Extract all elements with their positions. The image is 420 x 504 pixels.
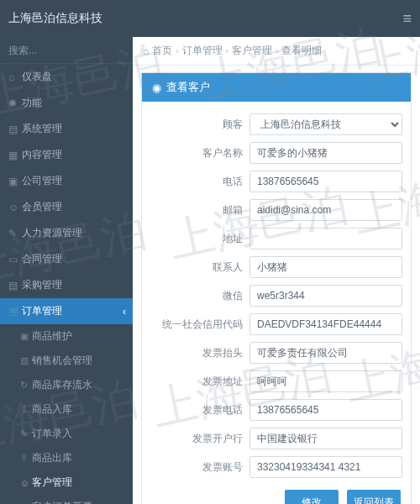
panel-body: 顾客 上海邑泊信息科技 客户名称 电话 邮箱 地址 联系人 bbox=[142, 102, 411, 504]
sidebar-submenu: ▣商品维护 ▥销售机会管理 ↻商品库存流水 ⇩商品入库 ✎订单录入 ⇧商品出库 … bbox=[0, 324, 133, 504]
sub-label: 商品入库 bbox=[32, 402, 72, 417]
nav-member[interactable]: ☺ 会员管理 bbox=[0, 194, 133, 220]
label-contact: 联系人 bbox=[150, 260, 243, 275]
home-icon[interactable]: ⌂ bbox=[143, 45, 149, 57]
edit-button[interactable]: 修改 bbox=[285, 490, 339, 504]
product-icon: ▣ bbox=[20, 331, 32, 342]
label-name: 客户名称 bbox=[150, 146, 243, 160]
nav-label: 仪表盘 bbox=[22, 70, 52, 84]
input-wx[interactable] bbox=[249, 285, 402, 307]
input-fp-tt[interactable] bbox=[249, 342, 402, 364]
label-fp-addr: 发票地址 bbox=[150, 375, 243, 389]
label-addr: 地址 bbox=[150, 232, 243, 246]
sub-sales[interactable]: ▥销售机会管理 bbox=[0, 349, 133, 373]
input-name[interactable] bbox=[249, 142, 402, 164]
nav-order[interactable]: 🛒 订单管理 bbox=[0, 298, 133, 324]
nav-dashboard[interactable]: ⌂ 仪表盘 bbox=[0, 64, 133, 90]
customer-icon: ☺ bbox=[20, 478, 32, 488]
topbar: 上海邑泊信息科技 ≡ bbox=[0, 0, 420, 37]
label-customer: 顾客 bbox=[150, 118, 243, 132]
input-fp-tel[interactable] bbox=[249, 399, 402, 421]
contract-icon: ▭ bbox=[8, 254, 22, 265]
nav-system[interactable]: ▤ 系统管理 bbox=[0, 116, 133, 142]
company-icon: ▣ bbox=[8, 176, 22, 187]
nav-company[interactable]: ▣ 公司管理 bbox=[0, 168, 133, 194]
cart-icon: 🛒 bbox=[8, 306, 22, 318]
nav-label: 内容管理 bbox=[22, 148, 62, 162]
back-button[interactable]: 返回列表 bbox=[347, 490, 401, 504]
sub-orderentry[interactable]: ✎订单录入 bbox=[0, 422, 133, 446]
label-wx: 微信 bbox=[150, 289, 243, 303]
hr-icon: ✎ bbox=[8, 228, 22, 239]
brand-title: 上海邑泊信息科技 bbox=[8, 11, 102, 26]
label-mail: 邮箱 bbox=[150, 203, 243, 218]
nav-contract[interactable]: ▭ 合同管理 bbox=[0, 246, 133, 272]
sub-invoice[interactable]: ▤客户订单开票 bbox=[0, 495, 133, 504]
nav-content[interactable]: ▦ 内容管理 bbox=[0, 142, 133, 168]
crumb-home[interactable]: 首页 bbox=[152, 44, 172, 58]
nav-label: 合同管理 bbox=[22, 252, 62, 266]
input-contact[interactable] bbox=[249, 256, 402, 278]
out-icon: ⇧ bbox=[20, 453, 32, 464]
customer-panel: ◉ 查看客户 顾客 上海邑泊信息科技 客户名称 电话 邮箱 地址 bbox=[141, 72, 412, 504]
sub-label: 商品出库 bbox=[32, 451, 72, 465]
nav-functions[interactable]: ✺ 功能 bbox=[0, 90, 133, 116]
flow-icon: ↻ bbox=[20, 380, 32, 391]
nav-label: 系统管理 bbox=[22, 122, 62, 136]
label-fp-tel: 发票电话 bbox=[150, 403, 243, 417]
sub-label: 客户管理 bbox=[32, 475, 72, 490]
entry-icon: ✎ bbox=[20, 428, 32, 439]
sub-label: 销售机会管理 bbox=[32, 354, 92, 368]
sub-customer[interactable]: ☺客户管理 bbox=[0, 470, 133, 495]
nav-label: 功能 bbox=[22, 96, 42, 110]
crumb-b1[interactable]: 订单管理 bbox=[182, 44, 223, 58]
sidebar-nav: ⌂ 仪表盘 ✺ 功能 ▤ 系统管理 ▦ 内容管理 ▣ 公司管理 ☺ 会员管理 ✎… bbox=[0, 64, 133, 324]
sub-label: 商品维护 bbox=[32, 329, 72, 344]
nav-label: 公司管理 bbox=[22, 174, 62, 188]
sub-stockin[interactable]: ⇩商品入库 bbox=[0, 397, 133, 422]
dashboard-icon: ⌂ bbox=[8, 71, 22, 83]
sub-stockout[interactable]: ⇧商品出库 bbox=[0, 446, 133, 470]
purchase-icon: ▤ bbox=[8, 280, 22, 291]
select-customer[interactable]: 上海邑泊信息科技 bbox=[249, 113, 402, 135]
sidebar: 🔍 ⌂ 仪表盘 ✺ 功能 ▤ 系统管理 ▦ 内容管理 ▣ 公司管理 ☺ 会员管理… bbox=[0, 37, 133, 504]
sub-label: 订单录入 bbox=[32, 427, 72, 441]
input-bank[interactable] bbox=[249, 428, 402, 449]
sales-icon: ▥ bbox=[20, 355, 32, 366]
in-icon: ⇩ bbox=[20, 404, 32, 415]
nav-label: 订单管理 bbox=[22, 304, 62, 318]
panel-title: 查看客户 bbox=[166, 80, 210, 95]
input-tel[interactable] bbox=[249, 171, 402, 192]
crumb-sep-icon: › bbox=[276, 46, 278, 55]
sidebar-search[interactable]: 🔍 bbox=[0, 37, 133, 64]
search-input[interactable] bbox=[8, 45, 133, 56]
nav-label: 人力资源管理 bbox=[22, 226, 82, 240]
sub-stockflow[interactable]: ↻商品库存流水 bbox=[0, 373, 133, 397]
content-icon: ▦ bbox=[8, 150, 22, 161]
sub-product[interactable]: ▣商品维护 bbox=[0, 324, 133, 349]
input-code[interactable] bbox=[249, 313, 402, 335]
input-fp-addr[interactable] bbox=[249, 370, 402, 392]
sub-label: 客户订单开票 bbox=[32, 500, 92, 504]
input-mail[interactable] bbox=[249, 199, 402, 221]
breadcrumb: ⌂ 首页 › 订单管理 › 客户管理 › 查看明细 bbox=[133, 37, 420, 66]
nav-label: 采购管理 bbox=[22, 278, 62, 292]
label-acct: 发票账号 bbox=[150, 460, 243, 475]
nav-hr[interactable]: ✎ 人力资源管理 bbox=[0, 220, 133, 246]
member-icon: ☺ bbox=[8, 202, 22, 213]
input-acct[interactable] bbox=[249, 456, 402, 478]
input-addr[interactable] bbox=[249, 228, 402, 249]
main: ⌂ 首页 › 订单管理 › 客户管理 › 查看明细 ◉ 查看客户 顾客 上海邑泊… bbox=[133, 37, 420, 504]
label-tel: 电话 bbox=[150, 175, 243, 189]
crumb-b2[interactable]: 客户管理 bbox=[232, 44, 272, 58]
nav-label: 会员管理 bbox=[22, 200, 62, 214]
panel-header: ◉ 查看客户 bbox=[142, 73, 411, 102]
form-buttons: 修改 返回列表 bbox=[142, 481, 411, 504]
panel-icon: ◉ bbox=[152, 81, 161, 94]
system-icon: ▤ bbox=[8, 123, 22, 135]
crumb-b3: 查看明细 bbox=[281, 44, 322, 58]
menu-toggle-icon[interactable]: ≡ bbox=[402, 10, 412, 28]
crumb-sep-icon: › bbox=[176, 46, 178, 55]
nav-purchase[interactable]: ▤ 采购管理 bbox=[0, 272, 133, 298]
crumb-sep-icon: › bbox=[226, 46, 228, 55]
